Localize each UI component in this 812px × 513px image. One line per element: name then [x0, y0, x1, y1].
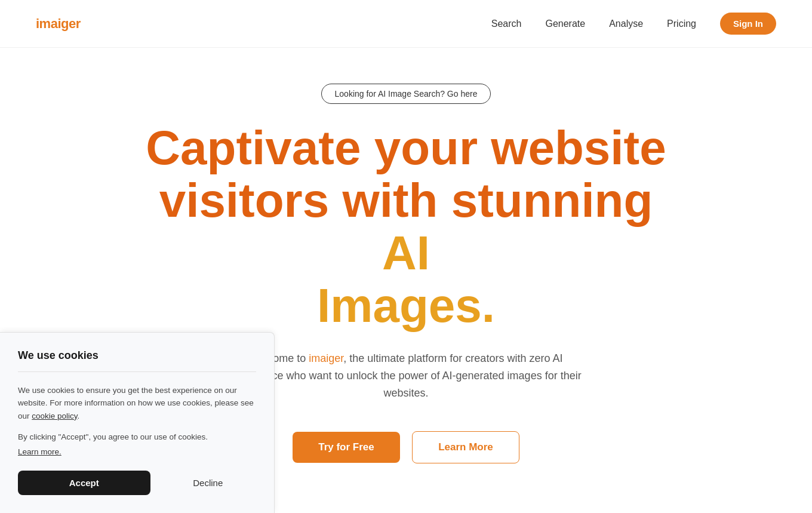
signin-button[interactable]: Sign In — [720, 13, 776, 35]
hero-badge[interactable]: Looking for AI Image Search? Go here — [321, 84, 491, 104]
learn-more-button[interactable]: Learn More — [412, 431, 519, 463]
cookie-accept-button[interactable]: Accept — [18, 471, 150, 495]
hero-title-line3: Images. — [317, 279, 495, 332]
cookie-policy-link[interactable]: cookie policy — [32, 411, 77, 420]
nav-links: Search Generate Analyse Pricing Sign In — [491, 13, 776, 35]
hero-cta: Try for Free Learn More — [293, 431, 519, 463]
nav-pricing[interactable]: Pricing — [667, 19, 696, 29]
cookie-banner: We use cookies We use cookies to ensure … — [0, 332, 275, 513]
hero-title: Captivate your website visitors with stu… — [137, 122, 675, 332]
nav-analyse[interactable]: Analyse — [609, 19, 643, 29]
nav-generate[interactable]: Generate — [545, 19, 585, 29]
hero-title-line2-start: visitors with stunning — [159, 174, 653, 227]
cookie-learn-more-link[interactable]: Learn more. — [18, 447, 256, 456]
hero-subtitle-brand: imaiger — [309, 352, 343, 364]
cookie-body-end: . — [78, 411, 80, 420]
logo[interactable]: imaiger — [36, 16, 81, 32]
hero-subtitle: Welcome to imaiger, the ultimate platfor… — [227, 350, 585, 401]
hero-title-line1: Captivate your website — [146, 121, 666, 174]
cookie-decline-button[interactable]: Decline — [160, 478, 257, 488]
nav-search[interactable]: Search — [491, 19, 522, 29]
cookie-actions: Accept Decline — [18, 471, 256, 495]
try-free-button[interactable]: Try for Free — [293, 432, 400, 463]
hero-title-line2-end: AI — [382, 226, 430, 279]
navbar: imaiger Search Generate Analyse Pricing … — [0, 0, 812, 48]
cookie-consent-content: By clicking "Accept", you agree to our u… — [18, 432, 208, 441]
cookie-consent-text: By clicking "Accept", you agree to our u… — [18, 431, 256, 444]
cookie-body-text: We use cookies to ensure you get the bes… — [18, 384, 256, 423]
cookie-title: We use cookies — [18, 349, 256, 372]
